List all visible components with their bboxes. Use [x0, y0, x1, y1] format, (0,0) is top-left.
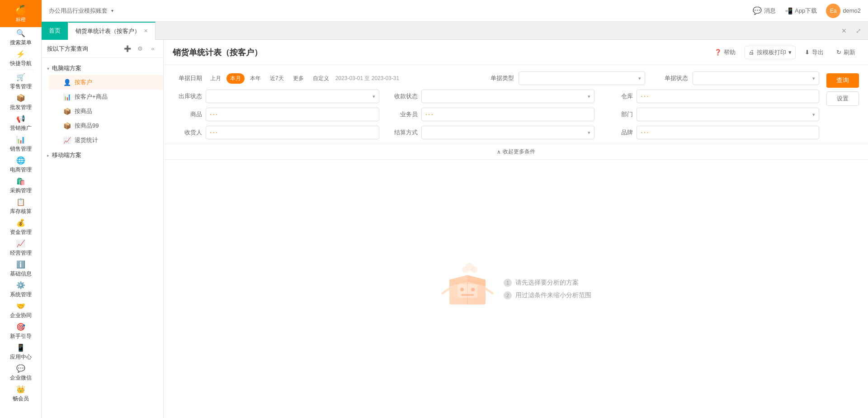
breadcrumb-dropdown-icon[interactable]: ▾ [111, 8, 113, 13]
top-header: 办公用品行业模拟账套 ▾ 💬 消息 📲 App下载 Ea demo2 [42, 0, 868, 22]
tree-item-by-product[interactable]: 📦 按商品 [49, 104, 163, 119]
window-close-button[interactable]: ✕ [838, 25, 850, 37]
tree-item-return-stat[interactable]: 📈 退货统计 [49, 133, 163, 147]
inventory-icon: 📋 [16, 198, 25, 206]
sidebar-item-marketing[interactable]: 📢 营销推广 [0, 113, 42, 133]
settings-button[interactable]: 设置 [826, 91, 859, 106]
operations-icon: 📈 [16, 239, 25, 248]
help-button[interactable]: ❓ 帮助 [711, 46, 739, 59]
date-tab-7days[interactable]: 近7天 [266, 73, 288, 84]
collapse-up-icon: ∧ [497, 149, 501, 155]
message-label: 消息 [764, 7, 776, 15]
tab-close-icon[interactable]: ✕ [144, 28, 148, 34]
sidebar-item-quick-nav[interactable]: ⚡ 快捷导航 [0, 48, 42, 69]
dept-select[interactable]: ▾ [637, 108, 819, 121]
page-title: 销货单统计表（按客户） [173, 47, 262, 58]
date-tab-this-year[interactable]: 本年 [246, 73, 264, 84]
tree-group-mobile: ▸ 移动端方案 [42, 148, 163, 162]
tree-item-by-customer[interactable]: 👤 按客户 [49, 75, 163, 90]
query-button[interactable]: 查询 [826, 73, 859, 88]
return-stat-icon: 📈 [63, 137, 71, 144]
filter-actions: 查询 设置 [826, 71, 859, 106]
sidebar-item-label: 经营管理 [10, 249, 32, 257]
svg-line-8 [443, 289, 449, 293]
window-maximize-button[interactable]: ⤢ [853, 25, 864, 37]
customer-product-label: 按客户+商品 [75, 93, 108, 101]
by-customer-icon: 👤 [63, 79, 71, 86]
tree-group-desktop-header[interactable]: ▾ 电脑端方案 [42, 62, 163, 75]
scheme-add-button[interactable]: ➕ [123, 44, 132, 54]
ship-status-select[interactable]: ▾ [206, 90, 379, 103]
product-select[interactable]: ··· [206, 108, 379, 121]
refresh-icon: ↻ [836, 49, 841, 56]
order-status-select[interactable]: ▾ [693, 71, 819, 85]
sidebar-item-member[interactable]: 👑 畅会员 [0, 383, 42, 404]
finance-icon: 💰 [16, 218, 25, 227]
sidebar-item-basic-info[interactable]: ℹ️ 基础信息 [0, 258, 42, 279]
user-profile[interactable]: Ea demo2 [826, 4, 861, 18]
template-print-button[interactable]: 🖨 按模板打印 ▾ [745, 46, 796, 59]
product-dots: ··· [210, 110, 218, 119]
header-breadcrumb: 办公用品行业模拟账套 ▾ [49, 7, 113, 15]
svg-point-6 [471, 288, 475, 291]
tab-home[interactable]: 首页 [42, 22, 68, 40]
sidebar-item-label: 畅会员 [13, 395, 29, 403]
salesperson-select[interactable]: ··· [421, 108, 595, 121]
sidebar-item-label: 应用中心 [10, 353, 32, 361]
refresh-button[interactable]: ↻ 刷新 [833, 46, 859, 59]
date-tab-more[interactable]: 更多 [289, 73, 307, 84]
sidebar-item-operations[interactable]: 📈 经营管理 [0, 238, 42, 258]
order-type-arrow: ▾ [638, 76, 641, 81]
collapse-bar[interactable]: ∧ 收起更多条件 [164, 144, 868, 160]
enterprise-icon: 🤝 [16, 302, 25, 310]
sidebar-item-sales-mgmt[interactable]: 📊 销售管理 [0, 133, 42, 154]
member-icon: 👑 [16, 385, 25, 394]
main-area: 办公用品行业模拟账套 ▾ 💬 消息 📲 App下载 Ea demo2 首页 [42, 0, 868, 418]
breadcrumb-text: 办公用品行业模拟账套 [49, 7, 108, 15]
tree-group-desktop: ▾ 电脑端方案 👤 按客户 📊 按客户+商品 📦 [42, 62, 163, 147]
recipient-select[interactable]: ··· [206, 126, 379, 139]
help-icon: ❓ [714, 49, 722, 56]
payment-status-select[interactable]: ▾ [421, 90, 595, 103]
sidebar-item-search-menu[interactable]: 🔍 搜索菜单 [0, 27, 42, 48]
date-tab-last-month[interactable]: 上月 [207, 73, 225, 84]
sidebar-item-purchase-mgmt[interactable]: 🛍️ 采购管理 [0, 175, 42, 196]
help-label: 帮助 [724, 48, 736, 57]
tree-group-mobile-header[interactable]: ▸ 移动端方案 [42, 148, 163, 162]
quick-nav-icon: ⚡ [16, 50, 25, 58]
scheme-collapse-icon[interactable]: « [148, 44, 158, 54]
order-type-select[interactable]: ▾ [519, 71, 645, 85]
sidebar-item-app-center[interactable]: 📱 应用中心 [0, 342, 42, 362]
export-button[interactable]: ⬇ 导出 [801, 46, 827, 59]
scheme-panel: 按以下方案查询 ➕ ⚙ « ▾ 电脑端方案 👤 [42, 40, 164, 418]
order-date-label: 单据日期 [173, 74, 202, 82]
app-download-button[interactable]: 📲 App下载 [785, 7, 817, 15]
sidebar-item-new-guide[interactable]: 🎯 新手引导 [0, 321, 42, 342]
tip-text-1: 请先选择要分析的方案 [515, 279, 579, 287]
sidebar-item-wholesale-mgmt[interactable]: 📦 批发管理 [0, 92, 42, 113]
order-status-label: 单据状态 [659, 74, 688, 82]
sidebar-item-label: 系统管理 [10, 291, 32, 299]
tree-item-customer-product[interactable]: 📊 按客户+商品 [49, 90, 163, 104]
message-button[interactable]: 💬 消息 [753, 6, 776, 15]
tree-item-by-product-99[interactable]: 📦 按商品99 [49, 119, 163, 133]
sidebar-item-finance[interactable]: 💰 资金管理 [0, 217, 42, 238]
tab-sales-stat[interactable]: 销货单统计表（按客户） ✕ [68, 22, 156, 40]
sidebar-item-system-mgmt[interactable]: ⚙️ 系统管理 [0, 279, 42, 300]
tip-num-2: 2 [504, 291, 512, 299]
date-tab-this-month[interactable]: 本月 [226, 73, 245, 84]
sidebar-item-retail-mgmt[interactable]: 🛒 零售管理 [0, 71, 42, 92]
settlement-select[interactable]: ▾ [421, 126, 595, 139]
scheme-settings-icon[interactable]: ⚙ [135, 44, 145, 54]
salesperson-label: 业务员 [388, 110, 418, 119]
warehouse-select[interactable]: ··· [637, 90, 819, 103]
empty-tip-1: 1 请先选择要分析的方案 [504, 279, 591, 287]
brand-select[interactable]: ··· [637, 126, 819, 139]
sidebar-item-enterprise-wechat[interactable]: 💬 企业微信 [0, 362, 42, 383]
sidebar-item-enterprise[interactable]: 🤝 企业协同 [0, 300, 42, 321]
customer-product-icon: 📊 [63, 93, 71, 100]
ship-status-arrow: ▾ [373, 94, 375, 100]
sidebar-item-ecommerce[interactable]: 🌐 电商管理 [0, 154, 42, 175]
date-tab-custom[interactable]: 自定义 [309, 73, 333, 84]
sidebar-item-inventory[interactable]: 📋 库存核算 [0, 196, 42, 217]
